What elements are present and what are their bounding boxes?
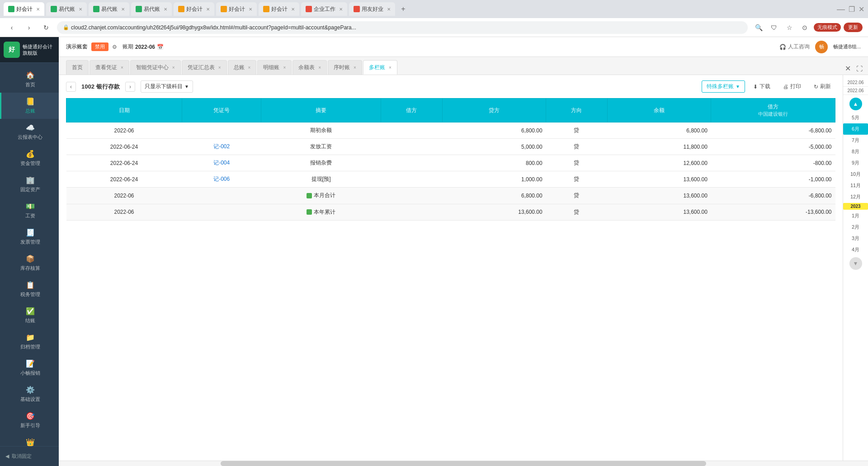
new-tab-button[interactable]: + bbox=[397, 3, 410, 15]
scroll-down-button[interactable]: ▼ bbox=[849, 257, 862, 270]
close-button[interactable]: ✕ bbox=[859, 5, 864, 14]
profile-icon[interactable]: ⊙ bbox=[798, 21, 811, 34]
tab-5[interactable]: 好会计 ✕ bbox=[216, 2, 257, 16]
filter-dropdown[interactable]: 只显示下级科目 ▼ bbox=[141, 80, 193, 93]
tab-close-4[interactable]: ✕ bbox=[206, 7, 210, 12]
pin-icon: ◀ bbox=[5, 453, 9, 459]
tab-active[interactable]: 好会计 ✕ bbox=[4, 2, 44, 16]
user-avatar[interactable]: 畅 bbox=[815, 41, 828, 53]
tab-close-smart-voucher[interactable]: × bbox=[172, 65, 175, 70]
horizontal-scrollbar[interactable] bbox=[59, 461, 868, 466]
tab-close-view-voucher[interactable]: × bbox=[121, 65, 123, 70]
download-button[interactable]: ⬇ 下载 bbox=[749, 81, 775, 92]
prev-account-button[interactable]: ‹ bbox=[66, 82, 76, 92]
voucher-link-006[interactable]: 记-006 bbox=[182, 171, 261, 188]
sidebar-item-ledger[interactable]: 📒 总账 bbox=[0, 93, 59, 119]
tab-close-1[interactable]: ✕ bbox=[79, 7, 82, 12]
sidebar-item-cloud-reports[interactable]: ☁️ 云报表中心 bbox=[0, 119, 59, 145]
month-item-1[interactable]: 1月 bbox=[843, 210, 868, 221]
tab-close-voucher-summary[interactable]: × bbox=[218, 65, 221, 70]
tab-4[interactable]: 好会计 ✕ bbox=[174, 2, 214, 16]
tab-close-6[interactable]: ✕ bbox=[291, 7, 295, 12]
tab-close-chronological[interactable]: × bbox=[354, 65, 356, 70]
month-item-6[interactable]: 6月 bbox=[843, 123, 868, 135]
month-item-2[interactable]: 2月 bbox=[843, 221, 868, 233]
tab-voucher-summary[interactable]: 凭证汇总表 × bbox=[182, 60, 227, 75]
tab-close-detail-account[interactable]: × bbox=[283, 65, 286, 70]
restore-button[interactable]: ❐ bbox=[849, 5, 855, 14]
sidebar-item-closing[interactable]: ✅ 结账 bbox=[0, 302, 59, 329]
tab-8[interactable]: 用友好业 ✕ bbox=[349, 2, 395, 16]
sidebar-item-invoices[interactable]: 🧾 发票管理 bbox=[0, 224, 59, 250]
tab-6[interactable]: 好会计 ✕ bbox=[259, 2, 299, 16]
tab-close-balance-table[interactable]: × bbox=[318, 65, 321, 70]
tab-general-ledger[interactable]: 总账 × bbox=[228, 60, 257, 75]
calendar-icon[interactable]: 📅 bbox=[157, 44, 164, 50]
url-input[interactable]: 🔒 cloud2.chanjet.com/accounting/uh26t264… bbox=[57, 21, 748, 34]
tab-close-3[interactable]: ✕ bbox=[164, 7, 167, 12]
voucher-link-002[interactable]: 记-002 bbox=[182, 139, 261, 155]
month-item-8[interactable]: 8月 bbox=[843, 146, 868, 157]
scroll-thumb[interactable] bbox=[221, 461, 706, 466]
account-selector: 1002 银行存款 bbox=[81, 83, 120, 91]
unpin-button[interactable]: ◀ 取消固定 bbox=[2, 450, 57, 462]
voucher-link-004[interactable]: 记-004 bbox=[182, 155, 261, 171]
tab-close-5[interactable]: ✕ bbox=[249, 7, 252, 12]
next-account-button[interactable]: › bbox=[125, 82, 135, 92]
month-item-3[interactable]: 3月 bbox=[843, 233, 868, 244]
expand-panel-icon[interactable]: ⛶ bbox=[854, 63, 864, 74]
sidebar-item-inventory[interactable]: 📦 库存核算 bbox=[0, 250, 59, 276]
reload-button[interactable]: ↻ bbox=[40, 21, 52, 34]
help-button[interactable]: 🎧 人工咨询 bbox=[779, 43, 810, 51]
back-button[interactable]: ‹ bbox=[5, 21, 18, 34]
tab-balance-table[interactable]: 余额表 × bbox=[292, 60, 327, 75]
shield-icon[interactable]: 🛡 bbox=[768, 21, 780, 34]
month-item-5[interactable]: 5月 bbox=[843, 112, 868, 123]
tab-smart-voucher[interactable]: 智能凭证中心 × bbox=[130, 60, 181, 75]
tab-close-2[interactable]: ✕ bbox=[121, 7, 125, 12]
chevron-down-icon: ▼ bbox=[184, 84, 189, 89]
bookmark-icon[interactable]: ☆ bbox=[783, 21, 796, 34]
forward-button[interactable]: › bbox=[23, 21, 35, 34]
sidebar-item-tax[interactable]: 📋 税务管理 bbox=[0, 276, 59, 302]
tab-close-8[interactable]: ✕ bbox=[387, 7, 391, 12]
sidebar-item-home[interactable]: 🏠 首页 bbox=[0, 66, 59, 93]
search-icon[interactable]: 🔍 bbox=[752, 21, 765, 34]
sidebar-item-funds[interactable]: 💰 资金管理 bbox=[0, 145, 59, 171]
sidebar-item-archive[interactable]: 📁 归档管理 bbox=[0, 329, 59, 355]
special-multi-column-button[interactable]: 特殊多栏账 ▼ bbox=[702, 80, 745, 93]
tab-7[interactable]: 企业工作 ✕ bbox=[301, 2, 347, 16]
sidebar-item-expense[interactable]: 📝 小畅报销 bbox=[0, 355, 59, 381]
close-panel-icon[interactable]: ✕ bbox=[843, 62, 853, 75]
scroll-up-button[interactable]: ▲ bbox=[849, 98, 862, 110]
sidebar-item-guide[interactable]: 🎯 新手引导 bbox=[0, 407, 59, 433]
tab-close-7[interactable]: ✕ bbox=[339, 7, 343, 12]
incognito-badge[interactable]: 无痕模式 bbox=[814, 23, 841, 32]
sidebar-item-payroll[interactable]: 💵 工资 bbox=[0, 198, 59, 224]
tab-chronological-account[interactable]: 序时账 × bbox=[328, 60, 362, 75]
refresh-button[interactable]: ↻ 刷新 bbox=[809, 81, 835, 92]
tab-home[interactable]: 首页 bbox=[66, 60, 89, 75]
tab-close-multi-column[interactable]: × bbox=[389, 65, 392, 70]
month-item-10[interactable]: 10月 bbox=[843, 169, 868, 180]
sidebar-item-fixed-assets[interactable]: 🏢 固定资产 bbox=[0, 171, 59, 198]
month-item-9[interactable]: 9月 bbox=[843, 157, 868, 169]
tab-close-active[interactable]: ✕ bbox=[36, 7, 40, 12]
update-button[interactable]: 更新 bbox=[844, 23, 863, 32]
month-item-4[interactable]: 4月 bbox=[843, 244, 868, 255]
month-item-12[interactable]: 12月 bbox=[843, 191, 868, 202]
month-item-7[interactable]: 7月 bbox=[843, 135, 868, 146]
tab-detail-account[interactable]: 明细账 × bbox=[257, 60, 292, 75]
month-item-11[interactable]: 11月 bbox=[843, 180, 868, 191]
tab-1[interactable]: 易代账 ✕ bbox=[46, 2, 87, 16]
tab-view-voucher[interactable]: 查看凭证 × bbox=[90, 60, 129, 75]
tab-3[interactable]: 易代账 ✕ bbox=[131, 2, 172, 16]
sidebar-item-vip[interactable]: 👑 畅会员 bbox=[0, 433, 59, 446]
minimize-button[interactable]: — bbox=[837, 5, 845, 14]
tab-multi-column[interactable]: 多栏账 × bbox=[363, 60, 397, 75]
settings-gear-icon[interactable]: ⚙ bbox=[112, 44, 117, 50]
tab-2[interactable]: 易代账 ✕ bbox=[89, 2, 129, 16]
sidebar-item-settings[interactable]: ⚙️ 基础设置 bbox=[0, 381, 59, 407]
print-button[interactable]: 🖨 打印 bbox=[778, 81, 806, 92]
tab-close-general-ledger[interactable]: × bbox=[248, 65, 251, 70]
